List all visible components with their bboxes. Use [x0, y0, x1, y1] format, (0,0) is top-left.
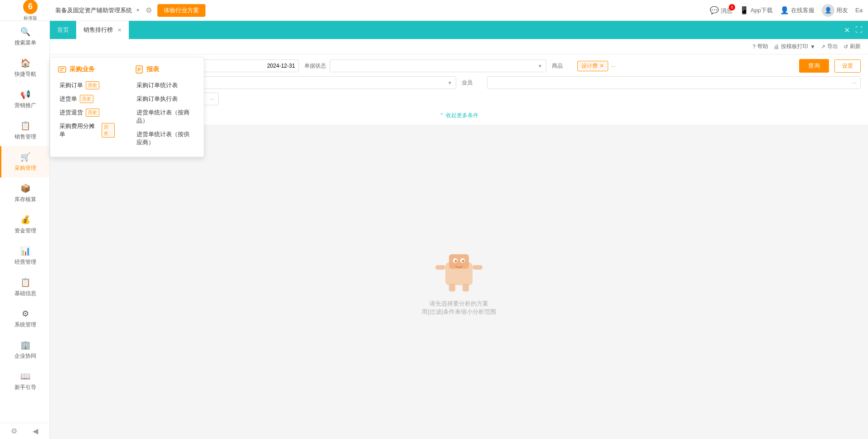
status-arrow: ▼: [538, 64, 542, 69]
sidebar-item-enterprise[interactable]: 🏢 企业协同: [0, 334, 49, 365]
stock-by-supplier-label: 进货单统计表（按供应商）: [137, 130, 195, 147]
service-label: 在线客服: [791, 6, 814, 15]
purchase-expense-label: 采购费用分摊单: [59, 122, 99, 138]
svg-rect-9: [463, 284, 469, 291]
sidebar-label-operations: 经营管理: [15, 258, 36, 266]
print-action[interactable]: 🖨 按模板打印 ▼: [774, 43, 815, 50]
title-dropdown-arrow[interactable]: ▼: [136, 8, 140, 13]
empty-state: 请先选择要分析的方案 用[过滤]条件来缩小分析范围: [50, 125, 868, 439]
sidebar-item-guide[interactable]: 📖 新手引导: [0, 365, 49, 397]
purchase-section: 采购业务 采购订单 历史 进货单 历史 进货退货 历史 采购费用分摊单 历史: [58, 65, 117, 149]
tab-bar: 首页 销售排行榜 ✕ ✕ ⛶: [50, 21, 868, 39]
po-exec-label: 采购订单执行表: [137, 95, 178, 103]
avatar: 👤: [822, 4, 834, 17]
message-action[interactable]: 💬 消息 5: [710, 6, 732, 15]
menu-item-stock-in[interactable]: 进货单 历史: [58, 92, 117, 106]
collapse-label: ⌃ 收起更多条件: [439, 112, 478, 118]
sidebar-item-finance[interactable]: 💰 资金管理: [0, 209, 49, 240]
phone-icon: 📱: [740, 6, 749, 15]
set-button[interactable]: 设置: [834, 59, 861, 73]
stock-by-goods-label: 进货单统计表（按商品）: [137, 109, 195, 125]
sidebar-collapse-btn[interactable]: ◀: [25, 427, 46, 435]
menu-item-stock-return[interactable]: 进货退货 历史: [58, 106, 117, 119]
empty-text: 请先选择要分析的方案 用[过滤]条件来缩小分析范围: [422, 300, 496, 316]
svg-rect-1: [449, 254, 469, 269]
sidebar-label-basic: 基础信息: [15, 290, 36, 297]
sidebar-item-sales[interactable]: 📋 销售管理: [0, 115, 49, 146]
service-action[interactable]: 👤 在线客服: [780, 6, 814, 15]
refresh-action[interactable]: ↺ 刷新: [844, 43, 861, 50]
tab-close-btn[interactable]: ✕: [842, 24, 852, 36]
sidebar-label-system: 系统管理: [15, 321, 36, 329]
operations-icon: 📊: [20, 246, 31, 256]
help-icon: ?: [752, 44, 756, 50]
menu-item-po-stat[interactable]: 采购订单统计表: [135, 79, 196, 92]
user-label: 用友: [836, 6, 848, 15]
goods-dots[interactable]: ···: [611, 63, 616, 69]
sidebar: 🔍 搜索菜单 🏠 快捷导航 📢 营销推广 📋 销售管理 🛒 采购管理 📦 库存核…: [0, 21, 50, 439]
report-section-title: 报表: [135, 65, 196, 74]
menu-item-stock-by-supplier[interactable]: 进货单统计表（按供应商）: [135, 128, 196, 149]
sidebar-settings-btn[interactable]: ⚙: [4, 427, 25, 435]
inventory-icon: 📦: [20, 183, 31, 194]
report-section-label: 报表: [146, 65, 159, 74]
filter-toolbar: ? 帮助 🖨 按模板打印 ▼ ↗ 导出 ↺ 刷新: [50, 39, 868, 54]
help-action[interactable]: ? 帮助: [752, 43, 768, 50]
sidebar-item-basic[interactable]: 📋 基础信息: [0, 271, 49, 303]
sidebar-label-search: 搜索菜单: [15, 39, 36, 47]
status-input[interactable]: ▼: [330, 59, 546, 72]
goods-tag-close[interactable]: ✕: [600, 63, 604, 69]
goods-tag[interactable]: 设计费 ✕: [577, 61, 608, 71]
ea-label: Ea: [855, 7, 863, 14]
svg-rect-7: [473, 265, 483, 270]
user-action[interactable]: 👤 用友: [822, 4, 848, 17]
filter-salesperson: 业员 ···: [462, 76, 861, 89]
settings-icon[interactable]: ⚙: [146, 6, 152, 15]
sidebar-label-finance: 资金管理: [15, 227, 36, 235]
sidebar-item-operations[interactable]: 📊 经营管理: [0, 240, 49, 271]
sidebar-label-enterprise: 企业协同: [15, 352, 36, 360]
empty-line1: 请先选择要分析的方案: [422, 300, 496, 308]
svg-point-5: [462, 260, 464, 262]
empty-illustration: [432, 249, 486, 294]
menu-item-stock-by-goods[interactable]: 进货单统计表（按商品）: [135, 106, 196, 128]
logo-text: 标准版: [24, 15, 37, 21]
filter-goods: 商品 设计费 ✕ ···: [552, 61, 794, 71]
date-value: 2024-12-31: [267, 63, 295, 69]
print-label: 按模板打印: [781, 43, 808, 50]
sidebar-label-purchase: 采购管理: [15, 164, 36, 172]
stock-return-label: 进货退货: [59, 109, 83, 117]
sidebar-item-marketing[interactable]: 📢 营销推广: [0, 84, 49, 115]
tab-close-icon[interactable]: ✕: [117, 27, 122, 33]
sidebar-label-guide: 新手引导: [15, 384, 36, 391]
sidebar-item-search[interactable]: 🔍 搜索菜单: [0, 21, 49, 52]
purchase-order-label: 采购订单: [59, 81, 83, 89]
svg-rect-8: [449, 284, 455, 291]
salesperson-input[interactable]: ···: [487, 76, 861, 89]
tab-expand-btn[interactable]: ⛶: [853, 24, 864, 36]
sidebar-label-inventory: 库存核算: [15, 196, 36, 203]
menu-item-purchase-expense[interactable]: 采购费用分摊单 历史: [58, 119, 117, 141]
salesperson-dots[interactable]: ···: [852, 79, 857, 86]
sidebar-item-inventory[interactable]: 📦 库存核算: [0, 178, 49, 209]
sidebar-item-nav[interactable]: 🏠 快捷导航: [0, 52, 49, 84]
query-button[interactable]: 查询: [799, 59, 829, 73]
sidebar-item-purchase[interactable]: 🛒 采购管理: [0, 146, 49, 178]
customer-dots[interactable]: ···: [210, 96, 215, 102]
export-action[interactable]: ↗ 导出: [821, 43, 838, 50]
tab-home[interactable]: 首页: [50, 21, 76, 39]
logo-icon: 6: [23, 0, 38, 14]
industry-btn[interactable]: 体验行业方案: [157, 4, 205, 17]
menu-item-po-exec[interactable]: 采购订单执行表: [135, 92, 196, 106]
menu-item-purchase-order[interactable]: 采购订单 历史: [58, 79, 117, 92]
report-section-icon: [135, 65, 144, 74]
tab-bar-right: ✕ ⛶: [842, 24, 868, 36]
app-download-action[interactable]: 📱 App下载: [740, 6, 773, 15]
sidebar-item-system[interactable]: ⚙ 系统管理: [0, 303, 49, 334]
salesperson-label: 业员: [462, 79, 484, 87]
tab-sales-rank-label: 销售排行榜: [83, 26, 113, 34]
print-icon: 🖨: [774, 44, 779, 50]
help-label: 帮助: [757, 43, 768, 50]
tab-sales-rank[interactable]: 销售排行榜 ✕: [76, 21, 129, 39]
system-title-text: 装备及固定资产辅助管理系统: [55, 6, 132, 15]
